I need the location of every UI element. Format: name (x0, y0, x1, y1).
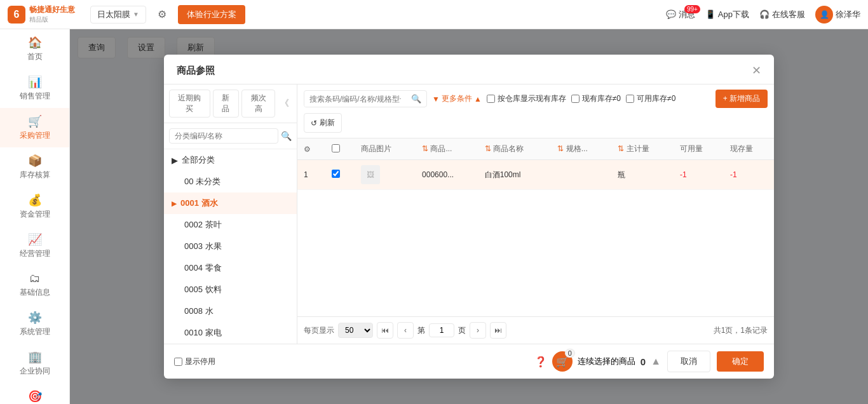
help-icon[interactable]: ❓ (534, 356, 547, 368)
sidebar-label-sales: 销售管理 (20, 91, 50, 102)
check-current-stock[interactable]: 现有库存≠0 (571, 93, 621, 104)
headset-icon: 🎧 (759, 10, 770, 19)
app-label: App下载 (718, 9, 749, 20)
category-item-0005[interactable]: 0005 饮料 (164, 279, 297, 300)
message-icon: 💬 (666, 10, 676, 19)
sidebar-item-guide[interactable]: 🎯 新手引导 (0, 383, 69, 404)
store-selector[interactable]: 日太阳膜 ▼ (90, 6, 146, 24)
check-current-label: 现有库存≠0 (582, 93, 621, 104)
cell-seq: 1 (297, 160, 325, 190)
sidebar-item-home[interactable]: 🏠 首页 (0, 29, 69, 69)
message-item[interactable]: 💬 消息 99+ (666, 9, 695, 20)
select-all-checkbox[interactable] (332, 144, 340, 152)
refresh-btn[interactable]: ↺ 刷新 (304, 113, 342, 133)
category-item-0003[interactable]: 0003 水果 (164, 236, 297, 257)
service-item[interactable]: 🎧 在线客服 (759, 9, 805, 20)
category-search-input[interactable] (169, 128, 278, 144)
dialog: 商品参照 ✕ 近期购买 新品 频次高 《 (164, 55, 774, 379)
col-spec[interactable]: ⇅ 规格... (551, 138, 611, 160)
sidebar-item-enterprise[interactable]: 🏢 企业协同 (0, 344, 69, 383)
main-layout: 🏠 首页 📊 销售管理 🛒 采购管理 📦 库存核算 💰 资金管理 📈 经营管理 … (0, 29, 868, 404)
col-img-label: 商品图片 (361, 144, 391, 153)
purchase-icon: 🛒 (28, 114, 42, 128)
avatar: 👤 (815, 6, 833, 24)
page-suffix: 页 (458, 325, 466, 336)
top-nav: 6 畅捷通好生意 精品版 日太阳膜 ▼ ⚙ 体验行业方案 💬 消息 99+ 📱 … (0, 0, 868, 29)
cart-collapse-icon[interactable]: ▲ (651, 356, 661, 367)
cell-available: -1 (674, 160, 724, 190)
cell-unit: 瓶 (611, 160, 674, 190)
main-content: 查询 设置 刷新 商品参照 ✕ 近期购买 (70, 29, 868, 404)
cancel-button[interactable]: 取消 (667, 351, 710, 372)
next-page-btn[interactable]: › (470, 322, 486, 339)
category-item-0001[interactable]: ▶ 0001 酒水 (164, 192, 297, 214)
show-disabled-checkbox[interactable] (174, 358, 182, 366)
sidebar-label-finance: 资金管理 (20, 209, 50, 220)
first-page-btn[interactable]: ⏮ (377, 322, 393, 339)
operation-icon: 📈 (28, 232, 42, 246)
col-unit[interactable]: ⇅ 主计量 (611, 138, 674, 160)
category-item-0010[interactable]: 0010 家电 (164, 322, 297, 344)
last-page-btn[interactable]: ⏭ (490, 322, 506, 339)
page-input[interactable] (429, 323, 454, 337)
add-product-btn[interactable]: + 新增商品 (715, 90, 768, 108)
check-warehouse-input[interactable] (487, 95, 495, 103)
cart-area: ❓ 🛒 0 连续选择的商品 0 ▲ (534, 351, 661, 372)
show-disabled-label[interactable]: 显示停用 (174, 356, 215, 367)
table-row[interactable]: 1 🖼 000600... 白酒100ml (297, 160, 774, 190)
check-available-input[interactable] (626, 95, 634, 103)
quick-filter-buttons: 近期购买 新品 频次高 (169, 90, 275, 118)
sidebar-item-sales[interactable]: 📊 销售管理 (0, 69, 69, 108)
trial-button[interactable]: 体验行业方案 (178, 5, 245, 24)
sidebar-item-basic[interactable]: 🗂 基础信息 (0, 266, 69, 304)
category-item-0008[interactable]: 0008 水 (164, 300, 297, 322)
product-search-icon[interactable]: 🔍 (406, 91, 426, 107)
sidebar-item-purchase[interactable]: 🛒 采购管理 (0, 108, 69, 147)
recent-purchase-btn[interactable]: 近期购买 (169, 90, 210, 118)
collapse-left-icon[interactable]: 《 (278, 95, 292, 112)
dialog-close-button[interactable]: ✕ (752, 64, 761, 77)
check-current-input[interactable] (571, 95, 580, 103)
cell-stock: -1 (724, 160, 774, 190)
col-name[interactable]: ⇅ 商品名称 (478, 138, 552, 160)
category-item-all[interactable]: ▶ 全部分类 (164, 149, 297, 171)
category-item-0002[interactable]: 0002 茶叶 (164, 214, 297, 236)
col-available-label: 可用量 (680, 144, 703, 153)
sidebar-item-system[interactable]: ⚙️ 系统管理 (0, 304, 69, 344)
dialog-body: 近期购买 新品 频次高 《 🔍 ▶ (164, 84, 774, 344)
arrow-right-icon: ▶ (172, 156, 178, 165)
frequent-btn[interactable]: 频次高 (241, 90, 275, 118)
confirm-button[interactable]: 确定 (717, 351, 764, 372)
new-product-btn[interactable]: 新品 (213, 90, 239, 118)
check-available-stock[interactable]: 可用库存≠0 (626, 93, 675, 104)
prev-page-btn[interactable]: ‹ (397, 322, 414, 339)
category-item-0004[interactable]: 0004 零食 (164, 257, 297, 279)
category-label-0004: 0004 零食 (184, 262, 222, 274)
app-download-item[interactable]: 📱 App下载 (705, 9, 749, 20)
col-settings[interactable]: ⚙ (297, 138, 325, 160)
col-code[interactable]: ⇅ 商品... (416, 138, 478, 160)
sidebar-item-finance[interactable]: 💰 资金管理 (0, 187, 69, 226)
product-search-input[interactable] (304, 91, 406, 107)
sidebar-label-system: 系统管理 (20, 327, 50, 337)
store-label: 日太阳膜 (97, 9, 130, 20)
col-stock-label: 现存量 (730, 144, 753, 153)
category-label-0008: 0008 水 (184, 306, 214, 317)
check-warehouse-stock[interactable]: 按仓库显示现有库存 (487, 93, 566, 104)
tri-icon-0001: ▶ (172, 200, 177, 207)
sidebar-label-basic: 基础信息 (20, 287, 50, 298)
service-label: 在线客服 (772, 9, 805, 20)
enterprise-icon: 🏢 (28, 350, 42, 364)
more-conditions-btn[interactable]: ▼ 更多条件 ▲ (432, 93, 482, 104)
sidebar-item-inventory[interactable]: 📦 库存核算 (0, 147, 69, 187)
per-page-select[interactable]: 50 10 20 100 (338, 323, 373, 338)
logo-area: 6 畅捷通好生意 精品版 (8, 4, 84, 24)
cell-checkbox[interactable] (325, 160, 355, 190)
category-search-icon[interactable]: 🔍 (281, 131, 292, 141)
row-checkbox[interactable] (332, 170, 340, 178)
category-item-00[interactable]: 00 未分类 (164, 171, 297, 192)
sidebar-item-operation[interactable]: 📈 经营管理 (0, 226, 69, 266)
product-search-combo: 🔍 (304, 90, 427, 107)
user-item[interactable]: 👤 徐泽华 (815, 6, 860, 24)
settings-icon[interactable]: ⚙ (153, 5, 172, 24)
